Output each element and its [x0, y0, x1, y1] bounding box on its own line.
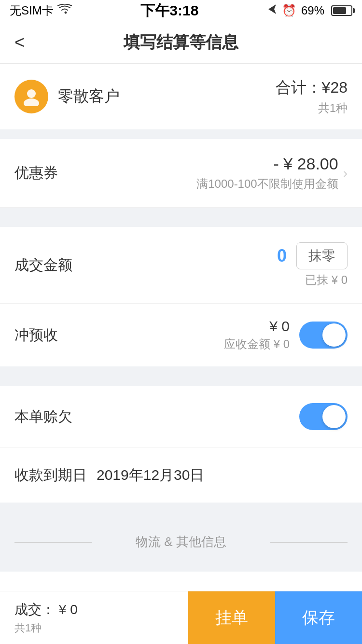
coupon-section: 优惠券 - ¥ 28.00 满1000-100不限制使用金额 ›	[0, 139, 362, 208]
precollect-amounts: ¥ 0 应收金额 ¥ 0	[224, 318, 290, 352]
bottom-summary-count: 共1种	[14, 621, 174, 635]
coupon-info: - ¥ 28.00 满1000-100不限制使用金额	[196, 154, 338, 192]
section-divider-1	[0, 217, 362, 227]
bottom-summary-amount: ¥ 0	[59, 602, 78, 617]
coupon-right: - ¥ 28.00 满1000-100不限制使用金额 ›	[196, 154, 348, 192]
avatar	[14, 80, 48, 113]
credit-toggle[interactable]	[299, 403, 348, 430]
wifi-icon	[57, 4, 72, 17]
credit-row: 本单赊欠	[0, 386, 362, 448]
credit-section: 本单赊欠 收款到期日 2019年12月30日	[0, 386, 362, 503]
customer-name: 零散客户	[58, 86, 120, 107]
customer-summary: 合计：¥28 共1种	[276, 77, 348, 116]
toggle-knob	[322, 323, 346, 347]
already-rounded: 已抹 ¥ 0	[277, 272, 348, 288]
bottom-summary-top: 成交： ¥ 0	[14, 601, 174, 619]
transaction-row: 成交金额 0 抹零 已抹 ¥ 0	[0, 227, 362, 304]
section-divider-2	[0, 376, 362, 386]
transaction-label: 成交金额	[14, 255, 72, 275]
precollect-toggle[interactable]	[299, 322, 348, 349]
bottom-summary-label: 成交：	[14, 602, 55, 617]
round-zero-button[interactable]: 抹零	[296, 242, 348, 269]
coupon-row[interactable]: 优惠券 - ¥ 28.00 满1000-100不限制使用金额 ›	[0, 139, 362, 208]
status-left: 无SIM卡	[10, 3, 72, 18]
coupon-label: 优惠券	[14, 163, 58, 183]
credit-label: 本单赊欠	[14, 407, 72, 427]
amount-section: 成交金额 0 抹零 已抹 ¥ 0 冲预收 ¥ 0 应收金额 ¥ 0	[0, 227, 362, 366]
alarm-icon: ⏰	[282, 4, 296, 17]
customer-count: 共1种	[276, 100, 348, 116]
due-date-row: 收款到期日 2019年12月30日	[0, 448, 362, 503]
page-title: 填写结算等信息	[124, 31, 238, 54]
status-right: ⏰ 69%	[267, 3, 352, 18]
coupon-discount: - ¥ 28.00	[196, 154, 338, 173]
logistics-header: 物流 & 其他信息	[0, 522, 362, 562]
carrier-text: 无SIM卡	[10, 3, 54, 18]
bottom-bar: 成交： ¥ 0 共1种 挂单 保存	[0, 591, 362, 644]
logistics-title: 物流 & 其他信息	[136, 534, 226, 549]
precollect-amount: ¥ 0	[224, 318, 290, 335]
svg-point-1	[24, 98, 39, 106]
customer-row: 零散客户 合计：¥28 共1种	[0, 64, 362, 129]
transaction-value: 0	[277, 246, 287, 266]
precollect-row: 冲预收 ¥ 0 应收金额 ¥ 0	[0, 304, 362, 366]
transaction-value-wrapper: 0 抹零	[277, 242, 348, 269]
battery-percent: 69%	[301, 4, 324, 17]
chevron-right-icon: ›	[343, 166, 348, 181]
coupon-note: 满1000-100不限制使用金额	[196, 176, 338, 192]
status-bar: 无SIM卡 下午3:18 ⏰ 69%	[0, 0, 362, 21]
transaction-right: 0 抹零 已抹 ¥ 0	[277, 242, 348, 288]
svg-point-0	[27, 89, 36, 98]
back-button[interactable]: <	[14, 28, 29, 57]
precollect-right: ¥ 0 应收金额 ¥ 0	[224, 318, 348, 352]
main-content: 零散客户 合计：¥28 共1种 优惠券 - ¥ 28.00 满1000-100不…	[0, 64, 362, 644]
precollect-receivable: 应收金额 ¥ 0	[224, 336, 290, 352]
customer-total: 合计：¥28	[276, 77, 348, 98]
location-icon	[267, 3, 277, 18]
precollect-label: 冲预收	[14, 325, 58, 345]
customer-left: 零散客户	[14, 80, 120, 113]
save-button[interactable]: 保存	[275, 591, 362, 644]
credit-toggle-knob	[322, 405, 346, 428]
bottom-summary: 成交： ¥ 0 共1种	[0, 601, 188, 635]
nav-bar: < 填写结算等信息	[0, 21, 362, 64]
section-divider-3	[0, 512, 362, 522]
hold-button[interactable]: 挂单	[188, 591, 275, 644]
due-date-label: 收款到期日	[14, 465, 87, 485]
battery-icon	[331, 5, 352, 16]
due-date-value: 2019年12月30日	[97, 465, 204, 485]
status-time: 下午3:18	[140, 1, 198, 21]
